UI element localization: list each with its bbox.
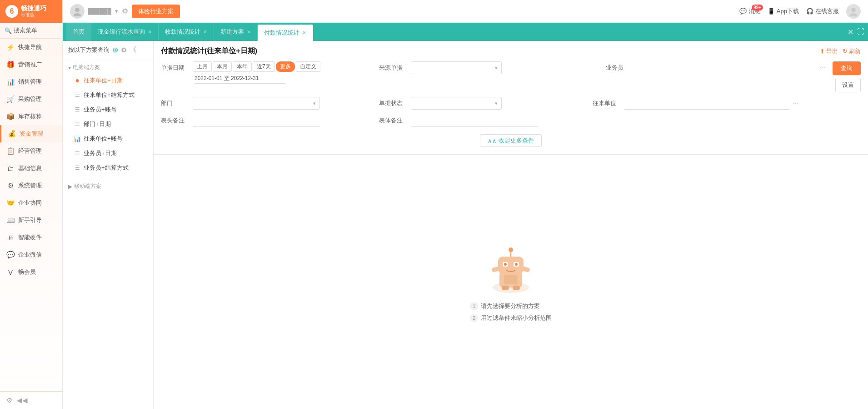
sidebar-item-basic[interactable]: 🗂 基础信息 [0,160,62,177]
collapse-btn[interactable]: ∧∧ 收起更多条件 [480,134,542,147]
date-btn-this-year[interactable]: 本年 [233,61,252,72]
scheme-salesperson-settlement[interactable]: ☰ 业务员+结算方式 [63,161,153,175]
scheme-icon-6: ☰ [74,164,81,172]
tab-collection[interactable]: 收款情况统计 ✕ [159,23,214,41]
scheme-active-icon: ● [74,77,81,84]
empty-tips: 1 请先选择要分析的方案 2 用过滤条件来缩小分析范围 [470,302,552,322]
salesperson-more-btn[interactable]: ··· [819,64,825,72]
add-scheme-btn[interactable]: ⊕ [112,45,118,54]
settings-btn[interactable]: 设置 [835,78,861,92]
svg-rect-17 [513,286,520,290]
tab-payment-close[interactable]: ✕ [302,30,306,36]
service-icon: 🎧 [806,8,813,15]
panel-collapse-btn[interactable]: 《 [130,45,136,54]
operation-icon: 📋 [6,147,15,155]
doc-status-select[interactable]: ▾ [411,97,502,110]
logo-icon: 6 [5,5,18,18]
svg-point-3 [850,13,857,16]
date-btn-this-month[interactable]: 本月 [213,61,232,72]
sidebar-item-finance[interactable]: 💰 资金管理 [0,125,62,142]
export-icon: ⬆ [820,48,825,55]
username-display: ██████ [88,8,111,15]
tab-payment[interactable]: 付款情况统计 ✕ [258,25,313,41]
scheme-partner-account[interactable]: 📊 往来单位+账号 [63,131,153,146]
main-area: ██████ ▾ ⚙ 体验行业方案 💬 消息 99+ 📱 App下载 🎧 在线客… [63,0,868,409]
date-btn-7days[interactable]: 近7天 [253,61,275,72]
partner-input[interactable] [624,97,789,110]
sidebar-item-sales[interactable]: 📊 销售管理 [0,73,62,91]
scheme-salesperson-date[interactable]: ☰ 业务员+日期 [63,146,153,161]
settings-footer-btn[interactable]: ⚙ [6,396,12,404]
salesperson-input[interactable] [638,61,816,74]
settings-icon[interactable]: ⚙ [122,7,128,15]
trial-btn[interactable]: 体验行业方案 [132,5,180,18]
header-note-input[interactable] [193,114,320,127]
mobile-group-toggle[interactable]: ▶ 移动端方案 [63,181,153,192]
dept-label: 部门 [161,97,193,110]
tab-bank-close[interactable]: ✕ [148,29,152,35]
sidebar-item-operation[interactable]: 📋 经营管理 [0,142,62,160]
refresh-btn[interactable]: ↻ 刷新 [843,47,861,56]
source-select[interactable]: ▾ [411,61,502,74]
desktop-group-toggle[interactable]: ▾ 电脑端方案 [63,62,153,73]
tab-bank[interactable]: 现金银行流水查询 ✕ [91,23,159,41]
enterprise-icon: 🤝 [6,199,15,207]
header-right: 💬 消息 99+ 📱 App下载 🎧 在线客服 [739,4,861,19]
app-download-btn[interactable]: 📱 App下载 [768,7,799,15]
sidebar-item-member[interactable]: V 畅会员 [0,263,62,281]
collapse-sidebar-btn[interactable]: ◀◀ [17,396,28,404]
query-btn[interactable]: 查询 [833,61,861,75]
scheme-salesperson-account[interactable]: ☰ 业务员+账号 [63,102,153,117]
date-range-display[interactable]: 2022-01-01 至 2022-12-31 [195,74,285,84]
sidebar-item-hardware[interactable]: 🖥 智能硬件 [0,229,62,246]
member-icon: V [6,268,15,276]
tab-close-all-btn[interactable]: ✕ [848,28,853,36]
body-note-input[interactable] [411,114,538,127]
user-dropdown-btn[interactable]: ▾ [115,8,118,15]
sidebar-footer: ⚙ ◀◀ [0,391,62,409]
scheme-partner-date[interactable]: ● 往来单位+日期 [63,73,153,88]
tab-expand-btn[interactable]: ⛶ [857,28,864,36]
svg-point-1 [74,13,81,16]
partner-more-btn[interactable]: ··· [793,99,799,107]
tab-new-scheme-close[interactable]: ✕ [247,29,251,35]
sidebar-item-enterprise[interactable]: 🤝 企业协同 [0,194,62,212]
collapse-row: ∧∧ 收起更多条件 [161,131,861,149]
hardware-icon: 🖥 [6,233,15,242]
date-btn-custom[interactable]: 自定义 [296,61,320,72]
messages-btn[interactable]: 💬 消息 99+ [739,7,760,15]
scheme-settings-btn[interactable]: ⚙ [121,46,127,54]
sidebar-item-system[interactable]: ⚙ 系统管理 [0,177,62,194]
sidebar-item-guide[interactable]: 📖 新手引导 [0,212,62,229]
sidebar-item-shortcut[interactable]: ⚡ 快捷导航 [0,39,62,56]
filter-action-btns: 查询 设置 [833,61,861,92]
tab-new-scheme[interactable]: 新建方案 ✕ [214,23,258,41]
scheme-dept-date[interactable]: ☰ 部门+日期 [63,117,153,131]
scheme-partner-settlement[interactable]: ☰ 往来单位+结算方式 [63,88,153,102]
sidebar-item-inventory[interactable]: 📦 库存核算 [0,108,62,125]
system-icon: ⚙ [6,182,15,190]
date-btn-last-month[interactable]: 上月 [193,61,212,72]
online-service-btn[interactable]: 🎧 在线客服 [806,7,839,15]
dept-select[interactable]: ▾ [193,97,320,110]
date-btn-more[interactable]: 更多 [276,61,295,72]
sales-icon: 📊 [6,78,15,86]
filter-title-row: 付款情况统计(往来单位+日期) ⬆ 导出 ↻ 刷新 [161,46,861,56]
avatar [70,4,85,19]
sidebar-item-purchase[interactable]: 🛒 采购管理 [0,91,62,108]
desktop-scheme-group: ▾ 电脑端方案 ● 往来单位+日期 ☰ 往来单位+结算方式 ☰ 业务员+账号 ☰ [63,59,153,178]
empty-robot-illustration [484,242,538,297]
tab-collection-close[interactable]: ✕ [203,29,207,35]
export-btn[interactable]: ⬆ 导出 [820,47,838,56]
sidebar-item-wechat[interactable]: 💬 企业微信 [0,246,62,263]
user-avatar[interactable] [846,4,861,19]
basic-icon: 🗂 [6,164,15,172]
sidebar-item-marketing[interactable]: 🎁 营销推广 [0,56,62,73]
tab-home[interactable]: 首页 [66,23,91,41]
search-menu[interactable]: 🔍 搜索菜单 [0,23,62,39]
partner-label: 往来单位 [593,97,624,110]
scheme-icon-4: 📊 [74,135,81,142]
filter-title-actions: ⬆ 导出 ↻ 刷新 [820,47,861,56]
dept-select-arrow: ▾ [313,101,316,106]
date-btn-group: 上月 本月 本年 近7天 更多 自定义 [193,61,320,72]
